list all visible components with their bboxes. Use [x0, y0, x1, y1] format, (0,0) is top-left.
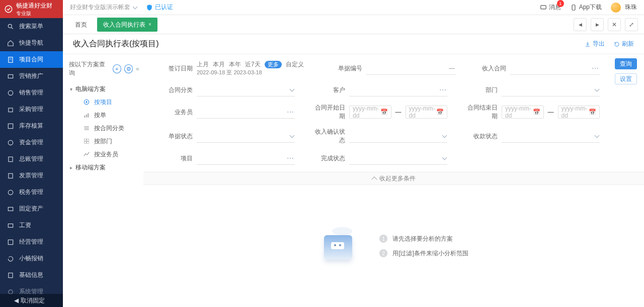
input-end-date-to[interactable]: yyyy-mm-dd📅 [558, 106, 600, 119]
preset-last7[interactable]: 近7天 [245, 60, 261, 69]
input-customer[interactable] [349, 83, 447, 96]
filters-wrap: 查询 设置 签订日期 上月 本月 本年 近7天 [143, 54, 644, 307]
scheme-item-by-dept[interactable]: 按部门 [80, 135, 143, 148]
scheme-item-by-category[interactable]: 按合同分类 [80, 122, 143, 135]
preset-last-month[interactable]: 上月 [197, 60, 209, 69]
sidebar-item-purchase[interactable]: 采购管理 [0, 101, 63, 118]
svg-rect-17 [9, 273, 13, 277]
svg-rect-30 [87, 139, 89, 141]
phone-icon [570, 4, 577, 11]
messages-button[interactable]: 消息 1 [540, 3, 561, 12]
query-button[interactable]: 查询 [615, 58, 637, 69]
date-presets: 上月 本月 本年 近7天 更多 自定义 [197, 60, 312, 69]
brand-name: 畅捷通好业财 [16, 2, 52, 10]
preset-this-month[interactable]: 本月 [213, 60, 225, 69]
tab-active[interactable]: 收入合同执行表 × [97, 18, 157, 32]
avatar-icon [611, 3, 621, 13]
input-sales[interactable] [197, 106, 295, 119]
page-title: 收入合同执行表(按项目) [73, 39, 159, 49]
input-income-contract[interactable] [510, 62, 600, 75]
settings-button[interactable]: 设置 [615, 73, 637, 84]
input-doc-no[interactable]: — [366, 62, 456, 75]
preset-this-year[interactable]: 本年 [229, 60, 241, 69]
collapse-filters-button[interactable]: 收起更多条件 [143, 172, 644, 185]
gear-icon [7, 288, 14, 294]
sidebar-item-funds[interactable]: 资金管理 [0, 134, 63, 151]
sidebar-item-expense[interactable]: 小畅报销 [0, 250, 63, 267]
input-project[interactable] [197, 152, 295, 165]
input-confirm-status[interactable] [349, 130, 447, 143]
scheme-item-by-project[interactable]: 按项目 [80, 95, 143, 109]
sidebar-item-ledger[interactable]: 总账管理 [0, 151, 63, 167]
label-doc-status: 单据状态 [157, 132, 197, 141]
user-menu[interactable]: 珠珠 [611, 3, 637, 13]
sidebar-item-project-contract[interactable]: 项目合同 [0, 51, 63, 68]
tab-prev-button[interactable]: ◀ [574, 18, 587, 31]
input-end-date-from[interactable]: yyyy-mm-dd📅 [502, 106, 544, 119]
svg-rect-15 [8, 224, 13, 227]
chart-line-icon [83, 151, 90, 158]
caret-down-icon: ▾ [70, 86, 72, 92]
tab-expand-button[interactable]: ⤢ [625, 18, 638, 31]
preset-custom[interactable]: 自定义 [286, 60, 304, 69]
input-receive-status[interactable] [502, 130, 600, 143]
chevron-down-icon [595, 133, 599, 140]
sidebar-item-tax[interactable]: 税务管理 [0, 184, 63, 200]
cart-icon [7, 89, 14, 96]
asset-icon [7, 206, 14, 213]
calendar-icon: 📅 [589, 109, 596, 116]
svg-point-18 [9, 289, 13, 293]
sidebar-unpin[interactable]: ◀ 取消固定 [0, 294, 63, 307]
label-end-date: 合同结束日期 [462, 104, 502, 121]
sidebar-item-sales[interactable]: 销售管理 [0, 84, 63, 101]
sidebar-item-inventory[interactable]: 库存核算 [0, 118, 63, 134]
scheme-collapse-button[interactable]: « [136, 65, 139, 72]
scheme-group-pc[interactable]: ▾电脑端方案 [70, 82, 143, 95]
sidebar-item-salary[interactable]: 工资 [0, 217, 63, 234]
sidebar-item-base[interactable]: 基础信息 [0, 267, 63, 283]
svg-rect-14 [8, 207, 13, 211]
caret-left-icon: ◀ [14, 297, 19, 304]
main: 好业财专业版演示帐套 已认证 消息 1 App下载 珠珠 [63, 0, 644, 307]
workspace-selector[interactable]: 好业财专业版演示帐套 [70, 3, 137, 12]
page-header: 收入合同执行表(按项目) 导出 刷新 [63, 34, 644, 54]
tab-close-icon[interactable]: × [148, 18, 151, 32]
sidebar-item-invoice[interactable]: 发票管理 [0, 167, 63, 184]
chevron-up-icon [371, 176, 377, 182]
input-start-date-to[interactable]: yyyy-mm-dd📅 [406, 106, 448, 119]
preset-more[interactable]: 更多 [265, 61, 282, 68]
verified-badge: 已认证 [146, 3, 173, 12]
sidebar-item-marketing[interactable]: 营销推广 [0, 68, 63, 84]
scheme-group-mobile[interactable]: ▸移动端方案 [70, 161, 143, 174]
scheme-settings-button[interactable]: ⚙ [124, 64, 133, 73]
sidebar-item-quicknav[interactable]: 快捷导航 [0, 35, 63, 51]
input-complete-status[interactable] [349, 152, 447, 165]
scheme-item-by-sales[interactable]: 按业务员 [80, 148, 143, 161]
scheme-add-button[interactable]: + [113, 64, 121, 73]
svg-rect-11 [9, 157, 13, 161]
tab-close-all-button[interactable]: ✕ [608, 18, 621, 31]
sidebar-item-operation[interactable]: 经营管理 [0, 234, 63, 250]
search-icon [7, 23, 14, 30]
invoice-icon [7, 172, 14, 179]
ellipsis-icon [439, 86, 446, 94]
close-icon: ✕ [612, 21, 617, 28]
coin-icon [7, 139, 14, 146]
input-start-date-from[interactable]: yyyy-mm-dd📅 [349, 106, 391, 119]
app-download-button[interactable]: App下载 [570, 3, 602, 12]
refresh-button[interactable]: 刷新 [614, 40, 634, 48]
brand-edition: 专业版 [16, 10, 52, 17]
chevron-down-icon [443, 133, 446, 140]
input-dept[interactable] [502, 83, 600, 96]
tab-next-button[interactable]: ▶ [591, 18, 604, 31]
input-doc-status[interactable] [197, 130, 295, 143]
sidebar-item-system[interactable]: 系统管理 [0, 283, 63, 294]
sidebar-item-search[interactable]: 搜索菜单 [0, 18, 63, 35]
scheme-item-by-doc[interactable]: 按单 [80, 109, 143, 122]
sidebar: 畅捷通好业财 专业版 搜索菜单 快捷导航 项目合同 营销推广 销售管理 采购管理… [0, 0, 63, 307]
tab-home[interactable]: 首页 [69, 18, 93, 32]
svg-rect-24 [86, 115, 87, 118]
input-contract-cat[interactable] [197, 83, 295, 96]
sidebar-item-assets[interactable]: 固定资产 [0, 200, 63, 217]
export-button[interactable]: 导出 [585, 40, 605, 48]
